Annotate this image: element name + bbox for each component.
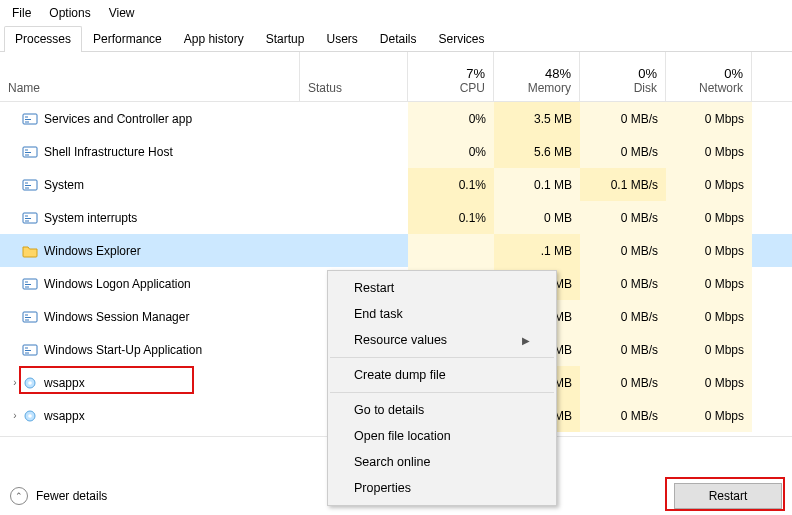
network-value: 0 Mbps <box>666 135 752 168</box>
disk-value: 0 MB/s <box>580 102 666 135</box>
ctx-label: Open file location <box>354 429 451 443</box>
network-value: 0 Mbps <box>666 366 752 399</box>
memory-value: 0.1 MB <box>494 168 580 201</box>
service-icon <box>22 276 38 292</box>
disk-value: 0 MB/s <box>580 399 666 432</box>
expand-icon[interactable]: › <box>8 377 22 388</box>
ctx-resource-values[interactable]: Resource values▶ <box>328 327 556 353</box>
service-icon <box>22 210 38 226</box>
ctx-label: Properties <box>354 481 411 495</box>
restart-button[interactable]: Restart <box>674 483 782 509</box>
process-name: System <box>44 178 84 192</box>
col-cpu[interactable]: 7%CPU <box>408 52 494 101</box>
process-row[interactable]: System0.1%0.1 MB0.1 MB/s0 Mbps <box>0 168 792 201</box>
ctx-label: Go to details <box>354 403 424 417</box>
process-row[interactable]: System interrupts0.1%0 MB0 MB/s0 Mbps <box>0 201 792 234</box>
service-icon <box>22 177 38 193</box>
menu-view[interactable]: View <box>109 6 135 20</box>
network-value: 0 Mbps <box>666 102 752 135</box>
process-row[interactable]: Services and Controller app0%3.5 MB0 MB/… <box>0 102 792 135</box>
gear-icon <box>22 375 38 391</box>
disk-value: 0 MB/s <box>580 234 666 267</box>
ctx-search-online[interactable]: Search online <box>328 449 556 475</box>
cpu-value: 0% <box>408 102 494 135</box>
ctx-open-file-location[interactable]: Open file location <box>328 423 556 449</box>
ctx-create-dump-file[interactable]: Create dump file <box>328 362 556 388</box>
col-memory[interactable]: 48%Memory <box>494 52 580 101</box>
expand-icon[interactable]: › <box>8 410 22 421</box>
disk-value: 0 MB/s <box>580 135 666 168</box>
ctx-go-to-details[interactable]: Go to details <box>328 397 556 423</box>
process-name: wsappx <box>44 409 85 423</box>
tab-processes[interactable]: Processes <box>4 26 82 51</box>
ctx-end-task[interactable]: End task <box>328 301 556 327</box>
tab-services[interactable]: Services <box>428 26 496 51</box>
cpu-value <box>408 234 494 267</box>
menu-separator <box>330 357 554 358</box>
network-value: 0 Mbps <box>666 399 752 432</box>
col-status[interactable]: Status <box>300 52 408 101</box>
service-icon <box>22 144 38 160</box>
tab-strip: ProcessesPerformanceApp historyStartupUs… <box>0 26 792 52</box>
service-icon <box>22 309 38 325</box>
process-name: System interrupts <box>44 211 137 225</box>
memory-value: 5.6 MB <box>494 135 580 168</box>
process-row[interactable]: Shell Infrastructure Host0%5.6 MB0 MB/s0… <box>0 135 792 168</box>
disk-value: 0 MB/s <box>580 201 666 234</box>
network-value: 0 Mbps <box>666 300 752 333</box>
disk-value: 0 MB/s <box>580 333 666 366</box>
tab-startup[interactable]: Startup <box>255 26 316 51</box>
ctx-properties[interactable]: Properties <box>328 475 556 501</box>
menu-separator <box>330 392 554 393</box>
cpu-value: 0.1% <box>408 168 494 201</box>
col-network[interactable]: 0%Network <box>666 52 752 101</box>
chevron-up-icon: ⌃ <box>10 487 28 505</box>
ctx-label: Create dump file <box>354 368 446 382</box>
ctx-label: Restart <box>354 281 394 295</box>
process-row[interactable]: Windows Explorer.1 MB0 MB/s0 Mbps <box>0 234 792 267</box>
service-icon <box>22 111 38 127</box>
process-name: Windows Session Manager <box>44 310 189 324</box>
process-name: wsappx <box>44 376 85 390</box>
process-name: Windows Start-Up Application <box>44 343 202 357</box>
ctx-restart[interactable]: Restart <box>328 275 556 301</box>
disk-value: 0.1 MB/s <box>580 168 666 201</box>
tab-details[interactable]: Details <box>369 26 428 51</box>
process-name: Windows Logon Application <box>44 277 191 291</box>
chevron-right-icon: ▶ <box>522 335 530 346</box>
network-value: 0 Mbps <box>666 234 752 267</box>
network-value: 0 Mbps <box>666 201 752 234</box>
context-menu: RestartEnd taskResource values▶Create du… <box>327 270 557 506</box>
disk-value: 0 MB/s <box>580 300 666 333</box>
process-name: Windows Explorer <box>44 244 141 258</box>
disk-value: 0 MB/s <box>580 267 666 300</box>
network-value: 0 Mbps <box>666 168 752 201</box>
process-name: Shell Infrastructure Host <box>44 145 173 159</box>
menu-file[interactable]: File <box>12 6 31 20</box>
cpu-value: 0.1% <box>408 201 494 234</box>
ctx-label: Resource values <box>354 333 447 347</box>
ctx-label: Search online <box>354 455 430 469</box>
folder-icon <box>22 243 38 259</box>
ctx-label: End task <box>354 307 403 321</box>
network-value: 0 Mbps <box>666 333 752 366</box>
col-disk[interactable]: 0%Disk <box>580 52 666 101</box>
menu-options[interactable]: Options <box>49 6 90 20</box>
col-name[interactable]: Name <box>0 52 300 101</box>
menubar: File Options View <box>0 0 792 26</box>
memory-value: .1 MB <box>494 234 580 267</box>
column-headers: ⌃ Name Status 7%CPU 48%Memory 0%Disk 0%N… <box>0 52 792 102</box>
tab-performance[interactable]: Performance <box>82 26 173 51</box>
memory-value: 0 MB <box>494 201 580 234</box>
cpu-value: 0% <box>408 135 494 168</box>
fewer-details-label: Fewer details <box>36 489 107 503</box>
process-name: Services and Controller app <box>44 112 192 126</box>
gear-icon <box>22 408 38 424</box>
tab-users[interactable]: Users <box>315 26 368 51</box>
disk-value: 0 MB/s <box>580 366 666 399</box>
memory-value: 3.5 MB <box>494 102 580 135</box>
fewer-details[interactable]: ⌃ Fewer details <box>10 487 107 505</box>
network-value: 0 Mbps <box>666 267 752 300</box>
service-icon <box>22 342 38 358</box>
tab-app-history[interactable]: App history <box>173 26 255 51</box>
